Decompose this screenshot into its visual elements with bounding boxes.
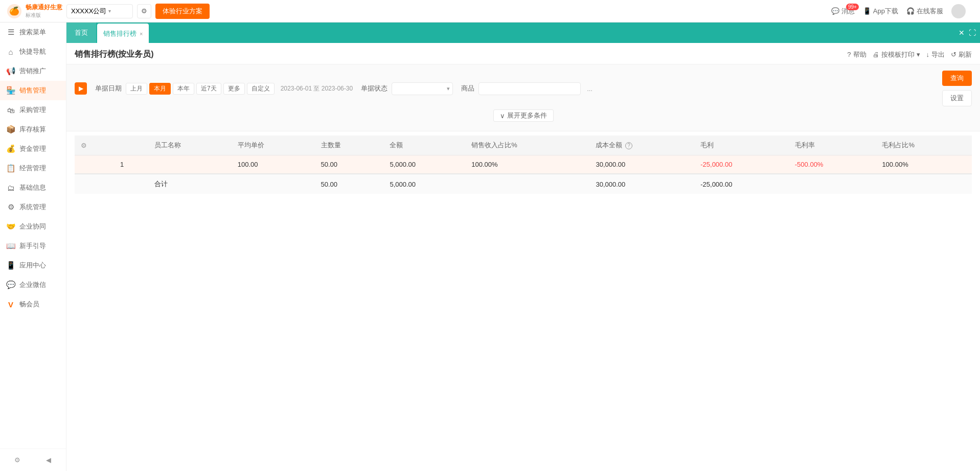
sidebar-item-system[interactable]: ⚙ 系统管理 <box>0 197 66 217</box>
content-area: 首页 销售排行榜 × ✕ ⛶ 销售排行榜(按业务员) <box>66 23 980 471</box>
member-icon: V <box>6 300 15 309</box>
col-name: 员工名称 <box>148 136 232 155</box>
sidebar-item-operations[interactable]: 📋 经营管理 <box>0 159 66 178</box>
filter-toggle-icon[interactable]: ▶ <box>75 82 87 95</box>
col-settings[interactable]: ⚙ <box>75 136 114 155</box>
settings-button[interactable]: 设置 <box>942 90 972 106</box>
sidebar-item-wechat[interactable]: 💬 企业微信 <box>0 275 66 295</box>
sidebar-item-purchase[interactable]: 🛍 采购管理 <box>0 100 66 120</box>
home-icon: ⌂ <box>6 48 15 56</box>
marketing-icon: 📢 <box>6 66 15 76</box>
date-range-text: 2023-06-01 至 2023-06-30 <box>281 84 353 93</box>
message-icon: 💬 <box>831 7 839 15</box>
filter-area: ▶ 单据日期 上月 本月 本年 近7天 更多 自定义 <box>66 64 980 131</box>
table-body: 1 100.00 50.00 5,000.00 100.00% 30,000.0… <box>75 155 972 174</box>
message-button[interactable]: 💬 消息 99+ <box>831 7 855 16</box>
date-year-btn[interactable]: 本年 <box>173 83 194 95</box>
col-qty: 主数量 <box>315 136 384 155</box>
row-qty: 50.00 <box>315 155 384 174</box>
trial-button[interactable]: 体验行业方案 <box>155 4 210 19</box>
operations-icon: 📋 <box>6 164 15 173</box>
page-title: 销售排行榜(按业务员) <box>75 49 154 60</box>
tab-close-window-icon[interactable]: ✕ <box>959 29 965 37</box>
sidebar-item-marketing[interactable]: 📢 营销推广 <box>0 61 66 81</box>
expand-row: ∨ 展开更多条件 <box>75 106 972 125</box>
footer-gross: -25,000.00 <box>694 174 789 194</box>
col-gross-ratio: 毛利占比% <box>876 136 972 155</box>
status-select-wrapper[interactable] <box>392 82 453 95</box>
filter-status: 单据状态 <box>361 82 453 95</box>
app-download-button[interactable]: 📱 App下载 <box>863 7 898 16</box>
footer-label: 合计 <box>148 174 232 194</box>
filter-toggle[interactable]: ▶ <box>75 82 87 95</box>
sidebar-item-quick-nav[interactable]: ⌂ 快捷导航 <box>0 42 66 61</box>
sidebar-item-finance[interactable]: 💰 资金管理 <box>0 139 66 159</box>
sidebar-bottom: ⚙ ◀ <box>0 448 66 471</box>
status-filter-label: 单据状态 <box>361 84 388 93</box>
online-service-button[interactable]: 🎧 在线客服 <box>906 7 943 16</box>
top-right-area: 💬 消息 99+ 📱 App下载 🎧 在线客服 <box>831 4 974 18</box>
query-button[interactable]: 查询 <box>942 71 972 86</box>
goods-more-icon[interactable]: ... <box>587 85 592 93</box>
goods-filter-label: 商品 <box>461 84 474 93</box>
sidebar-item-member[interactable]: V 畅会员 <box>0 295 66 314</box>
tab-sales-ranking[interactable]: 销售排行榜 × <box>97 24 149 44</box>
sidebar-item-basic[interactable]: 🗂 基础信息 <box>0 178 66 197</box>
goods-input[interactable] <box>478 82 581 95</box>
company-selector[interactable]: XXXXX公司 ▾ <box>66 4 133 18</box>
sidebar-item-sales[interactable]: 🏪 销售管理 <box>0 81 66 100</box>
logo-area: 🍊 畅康通好生意 标准版 <box>6 3 62 19</box>
table-wrapper: ⚙ 员工名称 平均单价 主数量 全额 销售收入占比% 成本全额 ? <box>66 136 980 202</box>
settings-icon[interactable]: ⚙ <box>137 4 151 18</box>
col-sales-ratio: 销售收入占比% <box>465 136 589 155</box>
system-icon: ⚙ <box>6 203 15 212</box>
refresh-icon: ↺ <box>951 51 956 58</box>
sidebar-item-apps[interactable]: 📱 应用中心 <box>0 256 66 275</box>
mobile-icon: 📱 <box>863 7 871 15</box>
header-actions: ? 帮助 🖨 按模板打印 ▾ ↓ 导出 ↺ <box>847 50 972 59</box>
tab-close-icon[interactable]: × <box>140 31 143 37</box>
beginner-icon: 📖 <box>6 241 15 251</box>
footer-amount: 5,000.00 <box>383 174 465 194</box>
sidebar-settings-button[interactable]: ⚙ <box>4 453 31 467</box>
tab-home[interactable]: 首页 <box>66 23 96 43</box>
row-gross-ratio: 100.00% <box>876 155 972 174</box>
filter-goods: 商品 ... <box>461 82 592 95</box>
page-header: 销售排行榜(按业务员) ? 帮助 🖨 按模板打印 ▾ ↓ <box>66 43 980 64</box>
sidebar-item-inventory[interactable]: 📦 库存核算 <box>0 120 66 139</box>
expand-more-btn[interactable]: ∨ 展开更多条件 <box>493 109 554 122</box>
sidebar-collapse-button[interactable]: ◀ <box>35 453 62 467</box>
row-settings <box>75 155 114 174</box>
help-button[interactable]: ? 帮助 <box>847 50 866 59</box>
print-button[interactable]: 🖨 按模板打印 ▾ <box>873 50 920 59</box>
row-amount: 5,000.00 <box>383 155 465 174</box>
sidebar-item-beginner[interactable]: 📖 新手引导 <box>0 236 66 256</box>
top-bar: 🍊 畅康通好生意 标准版 XXXXX公司 ▾ ⚙ 体验行业方案 💬 消息 99+… <box>0 0 980 23</box>
filter-right-buttons: 查询 设置 <box>942 71 972 106</box>
cost-info-icon[interactable]: ? <box>625 142 632 149</box>
sidebar: ☰ 搜索菜单 ⌂ 快捷导航 📢 营销推广 🏪 销售管理 🛍 采购管理 📦 库 <box>0 23 66 471</box>
table-header: ⚙ 员工名称 平均单价 主数量 全额 销售收入占比% 成本全额 ? <box>75 136 972 155</box>
avatar[interactable] <box>951 4 966 18</box>
logo-text: 畅康通好生意 标准版 <box>26 3 62 19</box>
date-curr-month-btn[interactable]: 本月 <box>149 83 171 95</box>
page-content: 销售排行榜(按业务员) ? 帮助 🖨 按模板打印 ▾ ↓ <box>66 43 980 471</box>
status-select[interactable] <box>392 82 453 95</box>
date-custom-btn[interactable]: 自定义 <box>247 83 275 95</box>
date-prev-month-btn[interactable]: 上月 <box>126 83 147 95</box>
inventory-icon: 📦 <box>6 125 15 134</box>
refresh-button[interactable]: ↺ 刷新 <box>951 50 972 59</box>
export-button[interactable]: ↓ 导出 <box>926 50 945 59</box>
tab-expand-icon[interactable]: ⛶ <box>969 29 976 37</box>
wechat-icon: 💬 <box>6 280 15 289</box>
col-rank <box>114 136 148 155</box>
table-row: 1 100.00 50.00 5,000.00 100.00% 30,000.0… <box>75 155 972 174</box>
logo-icon: 🍊 <box>6 3 22 19</box>
row-avg-price: 100.00 <box>232 155 315 174</box>
column-settings-icon[interactable]: ⚙ <box>81 142 87 149</box>
filter-row-main: ▶ 单据日期 上月 本月 本年 近7天 更多 自定义 <box>75 71 972 106</box>
sidebar-item-enterprise[interactable]: 🤝 企业协同 <box>0 217 66 236</box>
date-more-btn[interactable]: 更多 <box>223 83 245 95</box>
date-7days-btn[interactable]: 近7天 <box>196 83 221 95</box>
sidebar-item-search[interactable]: ☰ 搜索菜单 <box>0 23 66 42</box>
